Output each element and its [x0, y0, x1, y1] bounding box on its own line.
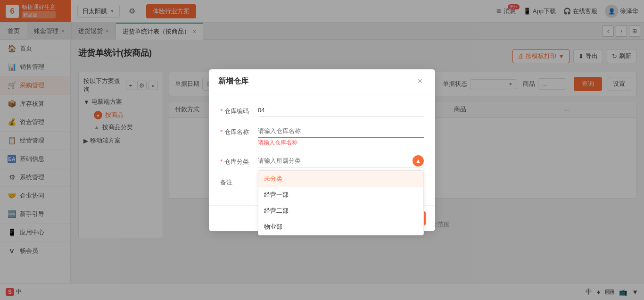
warehouse-category-input[interactable] [258, 154, 424, 167]
note-label: 备注 [220, 175, 258, 187]
category-dropdown-toggle[interactable]: ▲ [413, 155, 424, 167]
warehouse-name-label: * 仓库名称 [220, 125, 258, 136]
modal-header: 新增仓库 × [209, 69, 435, 94]
modal-close-icon[interactable]: × [414, 76, 426, 87]
warehouse-category-control: ▲ 未分类 经营一部 经营二部 物业部 [258, 154, 424, 167]
form-row-category: * 仓库分类 ▲ 未分类 经营一部 经营二部 物业部 [220, 154, 424, 167]
new-warehouse-modal: 新增仓库 × * 仓库编码 * 仓库名称 [209, 69, 435, 231]
warehouse-code-control [258, 104, 424, 117]
warehouse-category-label: * 仓库分类 [220, 154, 258, 166]
dropdown-option-dept2[interactable]: 经营二部 [258, 203, 423, 219]
form-row-code: * 仓库编码 [220, 104, 424, 117]
modal-title: 新增仓库 [218, 76, 248, 86]
dropdown-option-dept3[interactable]: 物业部 [258, 219, 423, 235]
warehouse-name-error: 请输入仓库名称 [258, 139, 424, 147]
warehouse-code-input[interactable] [258, 104, 424, 117]
form-row-name: * 仓库名称 请输入仓库名称 [220, 125, 424, 147]
category-dropdown: 未分类 经营一部 经营二部 物业部 [258, 170, 424, 235]
warehouse-name-input[interactable] [258, 125, 424, 138]
dropdown-option-dept1[interactable]: 经营一部 [258, 187, 423, 203]
dropdown-option-uncategorized[interactable]: 未分类 [258, 171, 423, 187]
modal-body: * 仓库编码 * 仓库名称 请输入仓库名称 [209, 94, 435, 205]
warehouse-code-label: * 仓库编码 [220, 104, 258, 116]
modal-overlay: 新增仓库 × * 仓库编码 * 仓库名称 [0, 0, 644, 300]
warehouse-name-control: 请输入仓库名称 [258, 125, 424, 147]
